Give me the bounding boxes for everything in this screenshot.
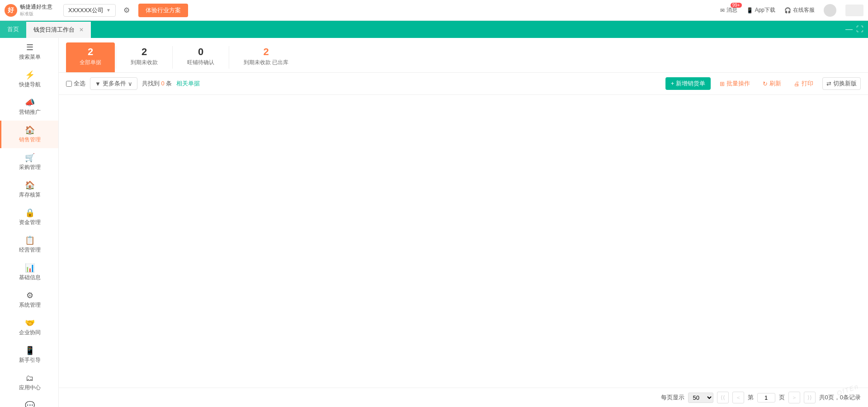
home-tab-label: 首页 (7, 25, 19, 33)
filter-icon: ▼ (95, 80, 101, 87)
avatar[interactable] (824, 4, 836, 17)
sidebar-item-system[interactable]: ⚙ 系统管理 (0, 286, 58, 313)
prev-page-btn[interactable]: ＜ (732, 392, 744, 403)
select-all-input[interactable] (66, 81, 72, 87)
company-name: XXXXXX公司 (68, 6, 104, 14)
main-layout: ☰ 搜索菜单 ⚡ 快捷导航 📣 营销推广 🏠 销售管理 🛒 采购管理 🏠 库存核… (0, 38, 868, 407)
total-info: 共0页，0条记录 (819, 393, 861, 402)
sidebar-label-operations: 经营管理 (19, 246, 41, 254)
sidebar-item-purchase[interactable]: 🛒 采购管理 (0, 148, 58, 176)
close-tab-icon[interactable]: ✕ (79, 27, 84, 33)
stat-tab-pending[interactable]: 0 旺铺待确认 (174, 42, 228, 72)
batch-icon: ⊞ (720, 80, 725, 87)
maximize-icon[interactable]: ⛶ (856, 25, 863, 33)
sidebar-label-app-center: 应用中心 (19, 384, 41, 392)
batch-label: 批量操作 (726, 80, 750, 88)
filter-label: 更多条件 (103, 80, 126, 88)
found-text: 共找到 0 条 (142, 80, 172, 88)
filter-button[interactable]: ▼ 更多条件 ∨ (90, 77, 137, 90)
quick-nav-icon: ⚡ (25, 71, 35, 79)
stat-tab-overdue-out[interactable]: 2 到期未收款 已出库 (230, 42, 302, 72)
page-input[interactable] (757, 393, 775, 402)
found-unit: 条 (166, 80, 172, 87)
sales-icon: 🏠 (25, 126, 35, 134)
tab-work-table[interactable]: 钱货日清工作台 ✕ (26, 21, 91, 38)
sidebar-item-guide[interactable]: 📱 新手引导 (0, 341, 58, 369)
sidebar-item-quick-nav[interactable]: ⚡ 快捷导航 (0, 65, 58, 93)
sidebar-item-sales[interactable]: 🏠 销售管理 (0, 121, 58, 148)
top-header: 好 畅捷通好生意 标准版 XXXXXX公司 ▼ ⚙ 体验行业方案 ✉ 消息 99… (0, 0, 868, 21)
stat-label-all: 全部单据 (80, 59, 101, 66)
per-page-select[interactable]: 50 20 100 (688, 393, 713, 403)
stat-label-overdue-out: 到期未收款 已出库 (244, 59, 288, 66)
sidebar-item-app-center[interactable]: 🗂 应用中心 (0, 369, 58, 396)
stat-num-all: 2 (88, 46, 93, 58)
company-selector[interactable]: XXXXXX公司 ▼ (63, 4, 116, 17)
stat-label-pending: 旺铺待确认 (187, 59, 214, 66)
app-name: 畅捷通好生意 标准版 (20, 4, 52, 17)
download-icon: 📱 (746, 7, 753, 14)
app-download-label: App下载 (755, 6, 775, 14)
sidebar-item-marketing[interactable]: 📣 营销推广 (0, 93, 58, 121)
toolbar-right: + 新增销货单 ⊞ 批量操作 ↻ 刷新 🖨 打印 ⇄ 切换新版 (665, 77, 861, 90)
message-icon: ✉ (720, 7, 725, 14)
online-service-btn[interactable]: 🎧 在线客服 (784, 6, 815, 14)
minimize-icon[interactable]: — (845, 25, 853, 33)
finance-icon: 🔒 (25, 209, 35, 217)
user-menu[interactable] (845, 5, 863, 16)
pagination: 每页显示 50 20 100 ⟨⟨ ＜ 第 页 ＞ ⟩⟩ 共0页，0条记录 (59, 388, 868, 407)
marketing-icon: 📣 (25, 98, 35, 107)
stat-num-overdue: 2 (142, 46, 147, 58)
refresh-label: 刷新 (769, 80, 781, 88)
inventory-icon: 🏠 (25, 181, 35, 189)
online-service-label: 在线客服 (793, 6, 815, 14)
add-sale-btn[interactable]: + 新增销货单 (665, 77, 711, 90)
content-area: 2 全部单据 2 到期未收款 0 旺铺待确认 2 到期未收款 已出库 (59, 38, 868, 407)
first-page-btn[interactable]: ⟨⟨ (717, 392, 729, 403)
per-page-label: 每页显示 (661, 393, 684, 402)
message-btn[interactable]: ✉ 消息 99+ (720, 6, 737, 14)
sidebar-label-sales: 销售管理 (19, 136, 41, 144)
refresh-icon: ↻ (763, 80, 768, 87)
sidebar-item-operations[interactable]: 📋 经营管理 (0, 231, 58, 258)
batch-btn[interactable]: ⊞ 批量操作 (716, 78, 754, 89)
stat-tab-all[interactable]: 2 全部单据 (66, 42, 115, 72)
refresh-btn[interactable]: ↻ 刷新 (759, 78, 785, 89)
settings-icon[interactable]: ⚙ (120, 4, 133, 17)
print-icon: 🖨 (794, 80, 800, 87)
sidebar-item-enterprise[interactable]: 🤝 企业协同 (0, 313, 58, 341)
found-count: 0 (161, 80, 165, 87)
app-download-btn[interactable]: 📱 App下载 (746, 6, 775, 14)
trial-button[interactable]: 体验行业方案 (138, 4, 188, 17)
toolbar-left: 全选 ▼ 更多条件 ∨ 共找到 0 条 相关单据 (66, 77, 660, 90)
sidebar-item-base-info[interactable]: 📊 基础信息 (0, 258, 58, 286)
stat-tabs: 2 全部单据 2 到期未收款 0 旺铺待确认 2 到期未收款 已出库 (59, 38, 868, 73)
search-menu-icon: ☰ (26, 43, 33, 51)
purchase-icon: 🛒 (25, 154, 35, 162)
system-icon: ⚙ (26, 291, 33, 299)
sidebar-item-wechat[interactable]: 💬 企业微信 (0, 396, 58, 407)
sidebar-item-inventory[interactable]: 🏠 库存核算 (0, 176, 58, 203)
related-link[interactable]: 相关单据 (176, 80, 200, 88)
tab-home[interactable]: 首页 (0, 21, 26, 38)
sidebar-item-finance[interactable]: 🔒 资金管理 (0, 203, 58, 231)
base-info-icon: 📊 (25, 264, 35, 272)
stat-tab-divider-2 (172, 46, 173, 69)
work-table-tab-label: 钱货日清工作台 (33, 26, 75, 34)
stat-tab-overdue[interactable]: 2 到期未收款 (117, 42, 171, 72)
next-page-btn[interactable]: ＞ (788, 392, 800, 403)
select-all-checkbox[interactable]: 全选 (66, 80, 85, 88)
sidebar-label-inventory: 库存核算 (19, 191, 41, 199)
print-btn[interactable]: 🖨 打印 (790, 78, 817, 89)
stat-num-overdue-out: 2 (264, 46, 269, 58)
switch-version-btn[interactable]: ⇄ 切换新版 (822, 77, 861, 90)
logo-area: 好 畅捷通好生意 标准版 (5, 4, 63, 17)
last-page-btn[interactable]: ⟩⟩ (804, 392, 816, 403)
found-prefix: 共找到 (142, 80, 160, 87)
chevron-down-icon: ▼ (106, 8, 111, 13)
sidebar-label-search-menu: 搜索菜单 (19, 53, 41, 61)
sidebar-item-search-menu[interactable]: ☰ 搜索菜单 (0, 38, 58, 65)
sidebar-label-guide: 新手引导 (19, 356, 41, 364)
sidebar-label-purchase: 采购管理 (19, 164, 41, 171)
guide-icon: 📱 (25, 346, 35, 355)
